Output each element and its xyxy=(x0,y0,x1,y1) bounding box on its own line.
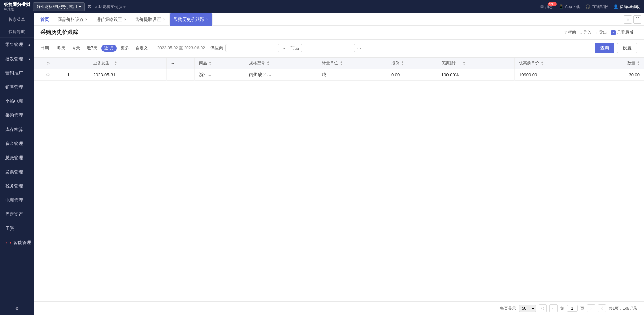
col-supplier[interactable]: 商品 ▲▼ xyxy=(194,58,245,69)
next-page-btn[interactable]: ＞ xyxy=(587,304,595,312)
main-layout: 搜索菜单 快捷导航 零售管理 ▲ 批发管理 ▲ 营销推广 销售管理 小畅电商 采… xyxy=(0,13,644,315)
sidebar-label-tax: 税务管理 xyxy=(5,183,23,189)
tab-purchase-strategy[interactable]: 进价策略设置 ✕ xyxy=(92,13,131,26)
col-quote[interactable]: 报价 ▲▼ xyxy=(387,58,437,69)
demo-btn[interactable]: ○ 我要看实例演示 xyxy=(95,4,127,10)
filter-settings-btn[interactable]: 设置 xyxy=(617,43,637,53)
tab-home-label: 首页 xyxy=(40,16,49,23)
col-unit[interactable]: 计量单位 ▲▼ xyxy=(318,58,387,69)
sidebar-search[interactable]: 搜索菜单 xyxy=(0,13,34,26)
sidebar-item-marketing[interactable]: 营销推广 xyxy=(0,66,34,80)
sidebar-item-finance[interactable]: 资金管理 xyxy=(0,137,34,151)
page-number-input[interactable] xyxy=(567,305,578,312)
filter-date-btns: 昨天 今天 近7天 近1月 更多 自定义 xyxy=(55,45,150,52)
sort-icon-discount-pct: ▲▼ xyxy=(463,61,465,66)
sidebar-nav[interactable]: 快捷导航 xyxy=(0,26,34,38)
page-unit: 页 xyxy=(580,306,584,311)
app-download-btn[interactable]: 📱 App下载 xyxy=(559,4,580,10)
user-btn[interactable]: 👤 徐泽华修改 xyxy=(613,4,640,10)
product-input[interactable] xyxy=(301,44,355,52)
sidebar-item-payroll[interactable]: 工资 xyxy=(0,221,34,236)
message-btn[interactable]: ✉ 消息 99+ xyxy=(540,4,553,10)
sidebar-item-retail[interactable]: 零售管理 ▲ xyxy=(0,38,34,52)
prev-page-btn[interactable]: ＜ xyxy=(549,304,558,312)
tab-home[interactable]: 首页 xyxy=(36,13,53,26)
tab-product-price-label: 商品价格设置 xyxy=(58,16,84,23)
sidebar-label-finance: 资金管理 xyxy=(5,141,23,147)
online-service-btn[interactable]: 🎧 在线客服 xyxy=(585,4,608,10)
tab-price-extract[interactable]: 售价提取设置 ✕ xyxy=(131,13,170,26)
sidebar-item-wholesale[interactable]: 批发管理 ▲ xyxy=(0,52,34,66)
sidebar-item-fixed-assets[interactable]: 固定资产 xyxy=(0,207,34,221)
tab-product-price[interactable]: 商品价格设置 ✕ xyxy=(53,13,92,26)
user-name: 徐泽华修改 xyxy=(620,4,640,10)
tab-expand-btn[interactable]: ⛶ xyxy=(633,15,641,24)
close-tab-purchase-strategy[interactable]: ✕ xyxy=(124,18,127,21)
col-discount-pct[interactable]: 优惠折扣... ▲▼ xyxy=(437,58,514,69)
sidebar-item-ecommerce[interactable]: 电商管理 xyxy=(0,193,34,207)
table-body: ⚙ 1 2023-05-31 浙江... 丙烯酸-2-... 吨 0.00 10… xyxy=(34,69,644,81)
supplier-input[interactable] xyxy=(225,44,279,52)
sidebar-label-fixed-assets: 固定资产 xyxy=(5,211,23,217)
col-date[interactable]: 业务发生... ▲▼ xyxy=(89,58,166,69)
logo-area: 畅捷通好业财 标准版 xyxy=(4,2,30,11)
supplier-ellipsis[interactable]: ··· xyxy=(281,45,285,51)
only-last-checkbox-label: ✓ 只看最后一 xyxy=(611,30,637,35)
sidebar-settings-btn[interactable]: ⚙ xyxy=(0,302,34,315)
product-ellipsis[interactable]: ··· xyxy=(357,45,361,51)
help-btn[interactable]: ? 帮助 xyxy=(564,30,576,35)
close-tab-purchase-history[interactable]: ✕ xyxy=(206,18,208,21)
col-gear[interactable]: ⚙ xyxy=(34,58,63,69)
close-tab-price-extract[interactable]: ✕ xyxy=(163,18,165,21)
only-last-checkbox[interactable]: ✓ xyxy=(611,30,616,35)
page-size-select[interactable]: 50 100 200 xyxy=(519,305,536,312)
sidebar-item-ecommerce-small[interactable]: 小畅电商 xyxy=(0,94,34,108)
last-page-btn[interactable]: ⟩⟩ xyxy=(598,304,606,312)
import-icon: ↓ xyxy=(580,30,582,35)
col-index xyxy=(63,58,89,69)
supplier-field: 供应商 ··· xyxy=(210,44,285,52)
date-btn-today[interactable]: 今天 xyxy=(69,45,83,52)
sidebar-item-general-ledger[interactable]: 总账管理 xyxy=(0,151,34,165)
query-btn[interactable]: 查询 xyxy=(595,43,614,53)
sidebar-label-invoice: 发票管理 xyxy=(5,169,23,175)
filter-actions: 查询 设置 xyxy=(595,43,637,53)
col-more[interactable]: ··· xyxy=(167,58,195,69)
sidebar-item-invoice[interactable]: 发票管理 xyxy=(0,165,34,179)
sidebar-item-smart[interactable]: ● 智能管理 xyxy=(0,236,34,250)
sidebar-label-retail: 零售管理 xyxy=(5,42,23,48)
sort-icon-date: ▲▼ xyxy=(114,61,117,66)
date-btn-more[interactable]: 更多 xyxy=(118,45,132,52)
row-gear[interactable]: ⚙ xyxy=(34,69,63,81)
col-product[interactable]: 规格型号 ▲▼ xyxy=(245,58,318,69)
product-selector-label: 好业财标准版交付试用 xyxy=(37,4,77,10)
row-quote: 0.00 xyxy=(387,69,437,81)
sort-icon-product: ▲▼ xyxy=(267,61,270,66)
col-pre-discount-price[interactable]: 优惠前单价 ▲▼ xyxy=(515,58,594,69)
col-quantity[interactable]: 数量 ▲▼ xyxy=(594,58,644,69)
date-btn-7days[interactable]: 近7天 xyxy=(84,45,100,52)
row-date: 2023-05-31 xyxy=(89,69,166,81)
sidebar-item-sales[interactable]: 销售管理 xyxy=(0,80,34,94)
close-tab-product-price[interactable]: ✕ xyxy=(85,18,88,21)
sort-icon-supplier: ▲▼ xyxy=(209,61,211,66)
tab-collapse-btn[interactable]: ✕ xyxy=(624,15,632,24)
tab-expand-btns: ✕ ⛶ xyxy=(624,15,641,24)
sidebar-label-ecommerce-small: 小畅电商 xyxy=(5,98,23,104)
date-btn-1month[interactable]: 近1月 xyxy=(101,45,117,52)
settings-icon-btn[interactable]: ⚙ xyxy=(87,4,92,9)
logo-title: 畅捷通好业财 xyxy=(4,2,30,7)
message-icon: ✉ xyxy=(540,4,544,9)
first-page-btn[interactable]: ⟨⟨ xyxy=(539,304,547,312)
sidebar-item-inventory[interactable]: 库存核算 xyxy=(0,123,34,137)
sidebar-item-tax[interactable]: 税务管理 xyxy=(0,179,34,193)
export-btn[interactable]: ↑ 导出 xyxy=(596,30,607,35)
date-btn-yesterday[interactable]: 昨天 xyxy=(55,45,68,52)
page-title: 采购历史价跟踪 xyxy=(40,29,78,36)
top-bar-left: 畅捷通好业财 标准版 好业财标准版交付试用 ▾ ⚙ ○ 我要看实例演示 xyxy=(4,2,127,11)
import-btn[interactable]: ↓ 导入 xyxy=(580,30,592,35)
product-selector[interactable]: 好业财标准版交付试用 ▾ xyxy=(33,2,85,11)
date-btn-custom[interactable]: 自定义 xyxy=(133,45,150,52)
sidebar-item-purchase[interactable]: 采购管理 xyxy=(0,108,34,123)
tab-purchase-history[interactable]: 采购历史价跟踪 ✕ xyxy=(170,13,213,26)
